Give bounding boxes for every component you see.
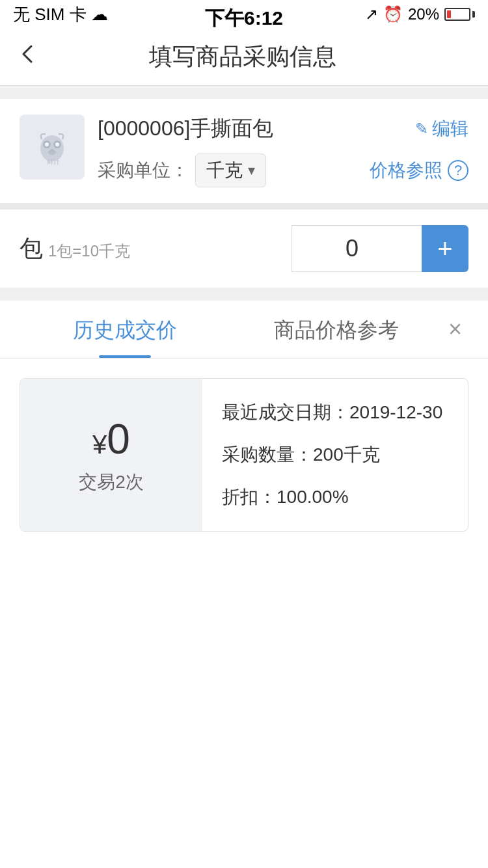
tab-history-price[interactable]: 历史成交价 bbox=[20, 301, 230, 358]
discount-value: 100.00% bbox=[277, 487, 349, 507]
tab-product-price-label: 商品价格参考 bbox=[274, 318, 399, 342]
status-time: 下午6:12 bbox=[205, 5, 283, 32]
discount-line: 折扣：100.00% bbox=[222, 483, 448, 512]
product-id: [0000006] bbox=[98, 116, 190, 140]
recent-date-line: 最近成交日期：2019-12-30 bbox=[222, 398, 448, 427]
battery-percent: 20% bbox=[408, 5, 439, 23]
price-ref-label: 价格参照 bbox=[370, 158, 442, 183]
price-panel-close-button[interactable]: × bbox=[442, 309, 468, 349]
recent-date-label: 最近成交日期： bbox=[222, 402, 349, 422]
tab-product-price-ref[interactable]: 商品价格参考 bbox=[230, 301, 441, 358]
quantity-plus-button[interactable]: + bbox=[422, 225, 468, 272]
quantity-input[interactable] bbox=[291, 225, 422, 272]
quantity-value: 200千克 bbox=[313, 444, 380, 465]
nav-bar: 填写商品采购信息 bbox=[0, 29, 488, 86]
status-left: 无 SIM 卡 ☁ bbox=[13, 3, 108, 26]
dropdown-arrow-icon: ▾ bbox=[248, 162, 255, 179]
quantity-label: 采购数量： bbox=[222, 444, 313, 465]
product-name-row: [0000006]手撕面包 ✎ 编辑 bbox=[98, 115, 468, 143]
svg-text:鲜计: 鲜计 bbox=[47, 158, 60, 165]
price-content: ¥0 交易2次 最近成交日期：2019-12-30 采购数量：200千克 折扣：… bbox=[0, 359, 488, 551]
price-history-left: ¥0 交易2次 bbox=[20, 379, 202, 531]
unit-value: 千克 bbox=[206, 158, 243, 183]
product-name: [0000006]手撕面包 bbox=[98, 115, 273, 143]
currency-symbol: ¥ bbox=[92, 430, 107, 459]
discount-label: 折扣： bbox=[222, 487, 277, 507]
edit-button[interactable]: ✎ 编辑 bbox=[415, 116, 468, 141]
tab-history-label: 历史成交价 bbox=[73, 318, 177, 342]
section-divider bbox=[0, 203, 488, 210]
svg-point-3 bbox=[45, 142, 49, 146]
status-right: ↗ ⏰ 20% bbox=[365, 5, 475, 23]
battery-icon bbox=[444, 8, 475, 21]
trade-count: 交易2次 bbox=[79, 470, 144, 495]
svg-point-0 bbox=[40, 135, 64, 161]
price-ref-link[interactable]: 价格参照 ? bbox=[370, 158, 468, 183]
unit-label: 采购单位： bbox=[98, 158, 189, 183]
location-icon: ↗ bbox=[365, 5, 378, 23]
purchase-quantity-line: 采购数量：200千克 bbox=[222, 441, 448, 470]
price-ref-help-icon: ? bbox=[448, 160, 468, 181]
price-amount: 0 bbox=[107, 416, 130, 463]
unit-select-dropdown[interactable]: 千克 ▾ bbox=[195, 154, 266, 187]
quantity-unit-main: 包 bbox=[20, 233, 43, 265]
recent-date-value: 2019-12-30 bbox=[349, 402, 442, 422]
page-bottom bbox=[0, 551, 488, 868]
price-history-card: ¥0 交易2次 最近成交日期：2019-12-30 采购数量：200千克 折扣：… bbox=[20, 378, 468, 532]
product-title: 手撕面包 bbox=[190, 116, 273, 140]
product-card: 鲜计 [0000006]手撕面包 ✎ 编辑 采购单位： 千克 ▾ bbox=[0, 99, 488, 203]
page-title: 填写商品采购信息 bbox=[52, 41, 433, 73]
price-panel: 历史成交价 商品价格参考 × ¥0 交易2次 最近成交日期：2019-12-30… bbox=[0, 301, 488, 551]
battery-fill bbox=[447, 10, 451, 18]
price-panel-tabs: 历史成交价 商品价格参考 × bbox=[0, 301, 488, 359]
product-info: [0000006]手撕面包 ✎ 编辑 采购单位： 千克 ▾ 价格参照 ? bbox=[98, 115, 468, 187]
status-bar: 无 SIM 卡 ☁ 下午6:12 ↗ ⏰ 20% bbox=[0, 0, 488, 29]
battery-body bbox=[444, 8, 470, 21]
alarm-icon: ⏰ bbox=[383, 5, 403, 23]
product-thumbnail: 鲜计 bbox=[20, 115, 85, 180]
edit-icon: ✎ bbox=[415, 120, 428, 138]
quantity-unit-label: 包 1包=10千克 bbox=[20, 233, 130, 265]
quantity-row: 包 1包=10千克 + bbox=[0, 210, 488, 288]
price-display: ¥0 bbox=[92, 415, 130, 463]
signal-text: 无 SIM 卡 ☁ bbox=[13, 3, 108, 26]
back-button[interactable] bbox=[16, 42, 39, 72]
edit-label: 编辑 bbox=[432, 116, 468, 141]
battery-tip bbox=[472, 11, 475, 18]
quantity-input-area: + bbox=[143, 225, 468, 272]
svg-point-4 bbox=[55, 142, 59, 146]
product-header: 鲜计 [0000006]手撕面包 ✎ 编辑 采购单位： 千克 ▾ bbox=[20, 115, 468, 187]
price-history-right: 最近成交日期：2019-12-30 采购数量：200千克 折扣：100.00% bbox=[202, 379, 468, 531]
quantity-unit-sub: 1包=10千克 bbox=[48, 241, 130, 262]
close-icon: × bbox=[448, 316, 462, 342]
product-logo-icon: 鲜计 bbox=[33, 128, 72, 167]
product-unit-row: 采购单位： 千克 ▾ 价格参照 ? bbox=[98, 154, 468, 187]
unit-section: 采购单位： 千克 ▾ bbox=[98, 154, 266, 187]
